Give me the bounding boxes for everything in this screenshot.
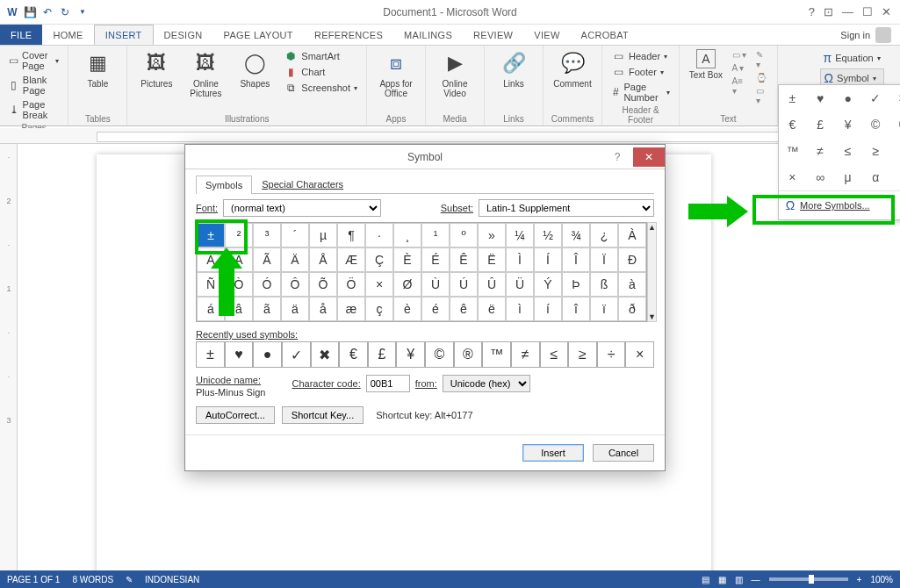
page-number-button[interactable]: #Page Number▾ [609,81,672,104]
symbol-dropdown-item[interactable]: μ [834,164,862,190]
symbol-grid-cell[interactable]: ¶ [337,223,365,247]
symbol-grid-cell[interactable]: Ã [253,247,281,272]
symbol-grid-cell[interactable]: Þ [562,272,590,297]
tab-design[interactable]: DESIGN [154,25,213,45]
tab-file[interactable]: FILE [0,25,42,45]
symbol-grid-cell[interactable]: â [225,297,253,321]
symbol-grid-cell[interactable]: í [534,297,562,321]
symbol-dropdown-item[interactable]: ¥ [834,111,862,138]
tab-home[interactable]: HOME [42,25,93,45]
recent-symbol-cell[interactable]: ± [196,341,225,368]
symbol-grid-cell[interactable]: å [309,297,337,321]
recent-symbol-cell[interactable]: © [425,341,454,368]
symbol-grid-cell[interactable]: ê [450,297,478,321]
chart-button[interactable]: ▮Chart [282,65,359,79]
symbol-grid-cell[interactable]: Á [197,247,225,272]
symbol-grid-cell[interactable]: á [197,297,225,321]
symbol-grid-cell[interactable]: ì [506,297,534,321]
symbol-dropdown-item[interactable]: ® [889,111,900,138]
symbol-grid-cell[interactable]: ¼ [506,223,534,247]
recent-symbol-cell[interactable]: ✖ [311,341,340,368]
symbol-grid-cell[interactable]: Ý [534,272,562,297]
symbol-grid-cell[interactable]: Û [478,272,506,297]
more-symbols-item[interactable]: Ω More Symbols... [779,190,900,219]
maximize-icon[interactable]: ☐ [862,5,873,18]
symbol-grid-cell[interactable]: Ñ [197,272,225,297]
symbol-grid-cell[interactable]: Ó [253,272,281,297]
symbol-grid-cell[interactable]: Â [225,247,253,272]
symbol-dropdown-item[interactable]: ≥ [861,138,889,164]
smartart-button[interactable]: ⬢SmartArt [282,49,359,63]
symbol-grid-cell[interactable]: Ë [478,247,506,272]
symbol-grid-cell[interactable]: ² [225,223,253,247]
symbol-dropdown-item[interactable]: α [861,164,889,190]
object-icon[interactable]: ▭ ▾ [754,85,770,106]
text-box-button[interactable]: AText Box [687,49,724,80]
symbol-dropdown-item[interactable]: ✓ [861,85,889,111]
symbol-grid-cell[interactable]: Å [309,247,337,272]
symbol-grid-cell[interactable]: ã [253,297,281,321]
grid-scrollbar[interactable]: ▲▼ [647,222,657,322]
symbol-grid-cell[interactable]: º [450,223,478,247]
header-button[interactable]: ▭Header▾ [609,49,672,63]
minimize-icon[interactable]: — [842,5,853,18]
symbol-dropdown-item[interactable]: ÷ [889,138,900,164]
font-select[interactable]: (normal text) [223,199,381,217]
from-select[interactable]: Unicode (hex) [443,375,530,392]
horizontal-ruler[interactable] [0,128,900,144]
subset-select[interactable]: Latin-1 Supplement [479,199,654,217]
symbol-grid-cell[interactable]: à [618,272,646,297]
recent-symbol-cell[interactable]: ≠ [511,341,540,368]
recent-symbol-cell[interactable]: ✓ [282,341,311,368]
recent-symbol-cell[interactable]: ♥ [225,341,254,368]
recent-symbol-cell[interactable]: ® [454,341,483,368]
symbol-grid-cell[interactable]: Ê [450,247,478,272]
qat-dropdown-icon[interactable]: ▼ [76,5,90,19]
pictures-button[interactable]: 🖼Pictures [134,49,178,89]
symbol-grid-cell[interactable]: Ï [590,247,618,272]
shortcut-key-button[interactable]: Shortcut Key... [282,406,364,424]
help-icon[interactable]: ? [809,5,815,18]
recent-symbol-cell[interactable]: ¥ [396,341,425,368]
symbol-grid[interactable]: ±²³´µ¶·¸¹º»¼½¾¿ÀÁÂÃÄÅÆÇÈÉÊËÌÍÎÏÐÑÒÓÔÕÖ×Ø… [196,222,647,322]
online-video-button[interactable]: ▶Online Video [433,49,477,98]
recent-symbol-cell[interactable]: ÷ [597,341,626,368]
tab-view[interactable]: VIEW [523,25,570,45]
symbol-grid-cell[interactable]: » [478,223,506,247]
symbol-grid-cell[interactable]: À [618,223,646,247]
tab-special-characters[interactable]: Special Characters [252,175,353,193]
undo-icon[interactable]: ↶ [40,5,54,19]
zoom-in-icon[interactable]: + [857,575,862,584]
cancel-button[interactable]: Cancel [593,444,654,462]
online-pictures-button[interactable]: 🖼Online Pictures [184,49,227,98]
tab-mailings[interactable]: MAILINGS [393,25,463,45]
comment-button[interactable]: 💬Comment [551,49,594,89]
symbol-grid-cell[interactable]: ¿ [590,223,618,247]
insert-button[interactable]: Insert [522,444,584,462]
wordart-icon[interactable]: A ▾ [731,62,749,74]
symbol-grid-cell[interactable]: ä [281,297,309,321]
symbol-grid-cell[interactable]: ð [618,297,646,321]
symbol-grid-cell[interactable]: · [365,223,393,247]
tab-references[interactable]: REFERENCES [304,25,393,45]
page-break-button[interactable]: ⤓Page Break [7,98,61,121]
symbol-grid-cell[interactable]: Î [562,247,590,272]
symbol-grid-cell[interactable]: ¹ [421,223,450,247]
symbol-grid-cell[interactable]: × [365,272,393,297]
symbol-grid-cell[interactable]: ¸ [393,223,421,247]
zoom-level[interactable]: 100% [870,575,893,584]
zoom-out-icon[interactable]: — [752,575,760,584]
recent-symbol-cell[interactable]: × [625,341,654,368]
symbol-grid-cell[interactable]: Ü [506,272,534,297]
proofing-icon[interactable]: ✎ [126,575,133,584]
drop-cap-icon[interactable]: A≡ ▾ [731,75,749,97]
symbol-grid-cell[interactable]: Ø [393,272,421,297]
signature-line-icon[interactable]: ✎ ▾ [754,49,770,70]
symbol-grid-cell[interactable]: é [421,297,450,321]
zoom-slider[interactable] [769,577,848,581]
symbol-grid-cell[interactable]: Ö [337,272,365,297]
symbol-grid-cell[interactable]: ç [365,297,393,321]
symbol-dropdown-item[interactable]: ± [779,85,807,111]
symbol-grid-cell[interactable]: ³ [253,223,281,247]
symbol-grid-cell[interactable]: Æ [337,247,365,272]
